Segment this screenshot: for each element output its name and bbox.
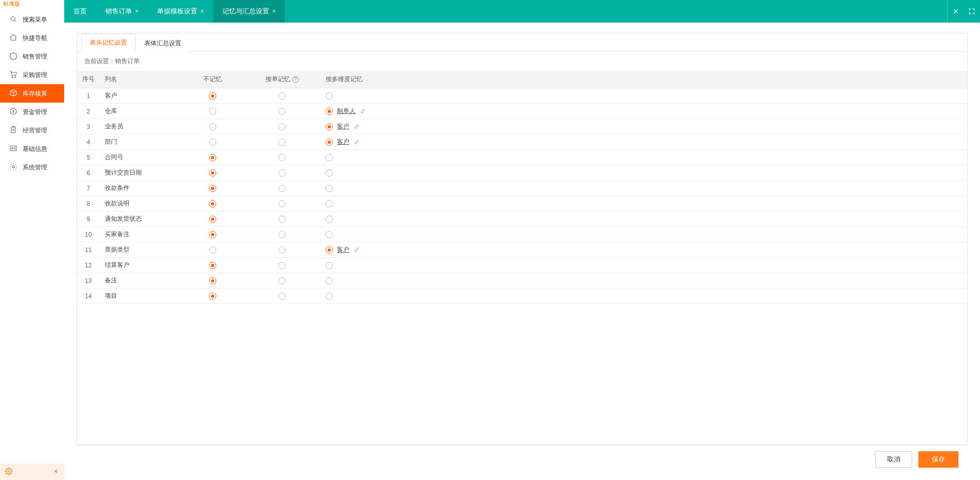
radio-byorder[interactable] xyxy=(278,262,286,269)
sub-tab-1[interactable]: 表体汇总设置 xyxy=(136,34,190,52)
cell-seq: 9 xyxy=(77,212,100,227)
dimension-link[interactable]: 客户 xyxy=(337,138,349,146)
radio-nomem[interactable] xyxy=(209,169,216,177)
radio-bydim[interactable] xyxy=(326,108,333,115)
sidebar-item-6[interactable]: 经营管理 xyxy=(0,121,64,140)
close-all-tabs-button[interactable] xyxy=(947,0,964,23)
cell-name: 仓库 xyxy=(100,104,182,119)
radio-nomem[interactable] xyxy=(209,231,216,238)
col-seq-header: 序号 xyxy=(77,71,100,88)
dimension-link[interactable]: 客户 xyxy=(337,245,349,254)
radio-bydim[interactable] xyxy=(326,231,333,238)
help-icon[interactable]: ? xyxy=(292,76,299,83)
sidebar-item-0[interactable]: 搜索菜单 xyxy=(0,10,64,29)
edit-icon[interactable] xyxy=(353,124,360,130)
radio-bydim[interactable] xyxy=(326,277,333,284)
sidebar-item-1[interactable]: 快捷导航 xyxy=(0,29,64,47)
radio-byorder[interactable] xyxy=(278,92,286,100)
cell-bydim: 客户 xyxy=(321,135,967,150)
cell-seq: 8 xyxy=(77,196,100,212)
radio-byorder[interactable] xyxy=(278,123,286,130)
sidebar-item-8[interactable]: 系统管理 xyxy=(0,158,64,177)
sub-tab-0[interactable]: 表头记忆设置 xyxy=(81,34,136,52)
tab-3[interactable]: 记忆与汇总设置× xyxy=(213,0,285,23)
tab-close-icon[interactable]: × xyxy=(135,8,139,15)
radio-byorder[interactable] xyxy=(278,246,286,254)
settings-icon[interactable] xyxy=(5,468,12,476)
cell-byorder xyxy=(243,212,321,227)
radio-bydim[interactable] xyxy=(326,139,333,146)
search-icon xyxy=(9,15,17,25)
sidebar-item-7[interactable]: 基础信息 xyxy=(0,140,64,158)
cell-nomem xyxy=(182,150,243,165)
edit-icon[interactable] xyxy=(353,139,360,145)
radio-nomem[interactable] xyxy=(209,200,216,207)
radio-bydim[interactable] xyxy=(326,293,333,300)
radio-nomem[interactable] xyxy=(209,277,216,284)
radio-nomem[interactable] xyxy=(209,92,216,100)
svg-point-6 xyxy=(12,147,13,149)
save-button[interactable]: 保存 xyxy=(918,451,958,468)
collapse-icon[interactable] xyxy=(52,468,59,476)
sidebar-item-5[interactable]: 资金管理 xyxy=(0,103,64,121)
svg-point-8 xyxy=(8,470,10,472)
radio-bydim[interactable] xyxy=(326,262,333,269)
radio-nomem[interactable] xyxy=(209,216,216,223)
home-icon xyxy=(9,33,17,43)
radio-byorder[interactable] xyxy=(278,293,286,300)
radio-nomem[interactable] xyxy=(209,123,216,130)
radio-bydim[interactable] xyxy=(326,169,333,177)
radio-bydim[interactable] xyxy=(326,154,333,161)
edit-icon[interactable] xyxy=(353,247,360,253)
radio-nomem[interactable] xyxy=(209,108,216,115)
cell-nomem xyxy=(182,258,243,273)
tab-close-icon[interactable]: × xyxy=(200,8,204,15)
radio-nomem[interactable] xyxy=(209,293,216,300)
radio-byorder[interactable] xyxy=(278,216,286,223)
tab-1[interactable]: 销售订单× xyxy=(96,0,148,23)
table-row: 12结算客户 xyxy=(77,258,967,273)
edit-icon[interactable] xyxy=(360,108,366,114)
cell-bydim: 客户 xyxy=(321,242,967,258)
table-row: 10买家备注 xyxy=(77,227,967,242)
dimension-link[interactable]: 制单人 xyxy=(337,107,355,116)
tab-2[interactable]: 单据模板设置× xyxy=(148,0,213,23)
radio-bydim[interactable] xyxy=(326,123,333,130)
sidebar-item-label: 资金管理 xyxy=(23,108,47,117)
radio-nomem[interactable] xyxy=(209,154,216,161)
sidebar-item-2[interactable]: 销售管理 xyxy=(0,47,64,66)
fullscreen-button[interactable] xyxy=(964,0,980,23)
radio-byorder[interactable] xyxy=(278,108,286,115)
cancel-button[interactable]: 取消 xyxy=(875,451,912,468)
radio-nomem[interactable] xyxy=(209,139,216,146)
cell-bydim xyxy=(321,289,967,304)
radio-bydim[interactable] xyxy=(326,200,333,207)
sidebar-item-3[interactable]: 采购管理 xyxy=(0,66,64,84)
radio-bydim[interactable] xyxy=(326,92,333,100)
radio-byorder[interactable] xyxy=(278,277,286,284)
radio-byorder[interactable] xyxy=(278,200,286,207)
radio-byorder[interactable] xyxy=(278,185,286,192)
table-row: 11票据类型客户 xyxy=(77,242,967,258)
cell-byorder xyxy=(243,150,321,165)
sidebar-item-label: 快捷导航 xyxy=(23,34,47,43)
cell-nomem xyxy=(182,273,243,289)
radio-byorder[interactable] xyxy=(278,231,286,238)
box-icon xyxy=(9,89,17,99)
cell-seq: 1 xyxy=(77,88,100,104)
radio-bydim[interactable] xyxy=(326,246,333,254)
tab-close-icon[interactable]: × xyxy=(272,8,276,15)
current-setting: 当前设置：销售订单 xyxy=(77,52,967,71)
radio-bydim[interactable] xyxy=(326,185,333,192)
radio-nomem[interactable] xyxy=(209,246,216,254)
radio-byorder[interactable] xyxy=(278,169,286,177)
radio-nomem[interactable] xyxy=(209,185,216,192)
radio-nomem[interactable] xyxy=(209,262,216,269)
sidebar-item-4[interactable]: 库存核算 xyxy=(0,84,64,103)
radio-byorder[interactable] xyxy=(278,154,286,161)
tab-0[interactable]: 首页 xyxy=(64,0,96,23)
settings-panel: 表头记忆设置表体汇总设置 当前设置：销售订单 序号 列名 不记忆 按单记忆? xyxy=(77,33,968,445)
radio-byorder[interactable] xyxy=(278,139,286,146)
dimension-link[interactable]: 客户 xyxy=(337,122,349,131)
radio-bydim[interactable] xyxy=(326,216,333,223)
